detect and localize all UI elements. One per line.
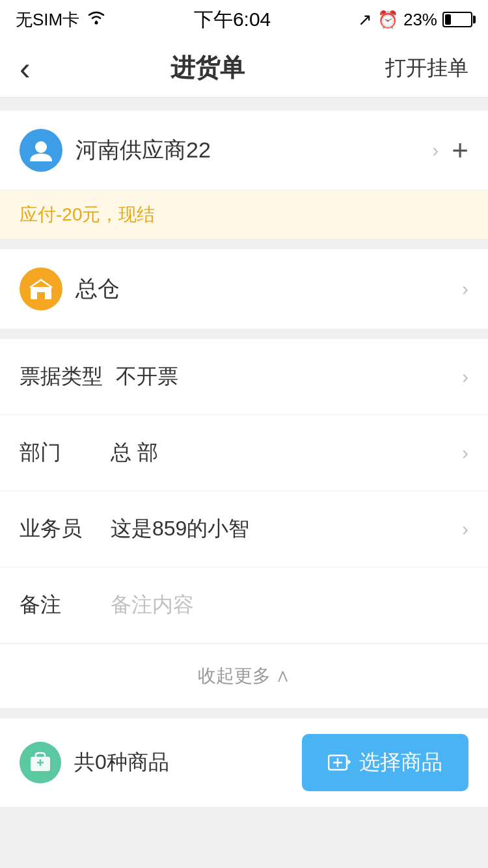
svg-point-0 (95, 21, 98, 24)
bottom-bar: 共0种商品 选择商品 (0, 718, 488, 807)
status-bar: 无SIM卡 下午6:04 ↗ ⏰ 23% (0, 0, 488, 39)
supplier-row[interactable]: 河南供应商22 › + (0, 111, 488, 191)
svg-rect-3 (37, 292, 45, 299)
warehouse-icon (20, 267, 62, 310)
dept-arrow-icon: › (462, 442, 468, 464)
warehouse-arrow-icon: › (462, 278, 468, 300)
wifi-icon (86, 10, 107, 30)
sales-value: 这是859的小智 (98, 515, 462, 543)
status-time: 下午6:04 (194, 7, 271, 33)
warehouse-name: 总仓 (75, 274, 462, 304)
select-product-button[interactable]: 选择商品 (302, 734, 468, 791)
invoice-label: 票据类型 (20, 362, 103, 391)
row-gap-1 (0, 239, 488, 249)
alarm-icon: ⏰ (377, 10, 398, 30)
dept-value: 总 部 (98, 439, 462, 467)
supplier-avatar (20, 129, 62, 172)
carrier-text: 无SIM卡 (16, 8, 79, 31)
battery-icon (442, 12, 472, 27)
warehouse-row[interactable]: 总仓 › (0, 249, 488, 329)
open-pending-button[interactable]: 打开挂单 (385, 54, 468, 83)
notice-text: 应付-20元，现结 (20, 204, 155, 224)
collapse-text: 收起更多 ∧ (198, 664, 291, 688)
supplier-arrow-icon: › (432, 139, 439, 161)
supplier-section: 河南供应商22 › + 应付-20元，现结 (0, 111, 488, 239)
notice-bar: 应付-20元，现结 (0, 191, 488, 239)
supplier-name: 河南供应商22 (75, 135, 432, 165)
location-icon: ↗ (358, 10, 372, 30)
sales-arrow-icon: › (462, 518, 468, 540)
sales-row[interactable]: 业务员 这是859的小智 › (0, 491, 488, 567)
collapse-row[interactable]: 收起更多 ∧ (0, 644, 488, 708)
product-count-text: 共0种商品 (74, 748, 289, 777)
remark-label: 备注 (20, 591, 98, 619)
page-title: 进货单 (170, 51, 245, 85)
battery-percent: 23% (403, 10, 437, 30)
dept-row[interactable]: 部门 总 部 › (0, 415, 488, 491)
invoice-row[interactable]: 票据类型 不开票 › (0, 339, 488, 415)
sales-label: 业务员 (20, 515, 98, 543)
form-section: 票据类型 不开票 › 部门 总 部 › 业务员 这是859的小智 › 备注 备注… (0, 339, 488, 708)
invoice-arrow-icon: › (462, 366, 468, 388)
back-button[interactable]: ‹ (20, 49, 31, 87)
select-product-label: 选择商品 (359, 748, 442, 777)
add-supplier-button[interactable]: + (452, 136, 468, 165)
remark-input[interactable]: 备注内容 (98, 591, 468, 619)
nav-bar: ‹ 进货单 打开挂单 (0, 39, 488, 98)
invoice-value: 不开票 (103, 362, 462, 391)
product-icon (20, 742, 61, 783)
dept-label: 部门 (20, 439, 98, 467)
section-gap-1 (0, 98, 488, 111)
remark-row[interactable]: 备注 备注内容 (0, 567, 488, 644)
svg-point-1 (35, 141, 47, 153)
